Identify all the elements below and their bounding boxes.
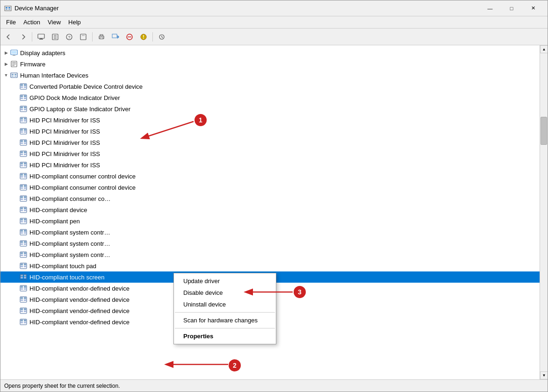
svg-rect-99 bbox=[21, 219, 23, 221]
menu-action[interactable]: Action bbox=[20, 18, 44, 27]
tree-item-hid-17[interactable]: ▶ HID-compliant touch pad bbox=[0, 260, 540, 271]
print-button[interactable] bbox=[95, 30, 108, 43]
svg-rect-141 bbox=[21, 311, 23, 312]
tree-item-human-interface[interactable]: ▼ Human Interface Devices bbox=[0, 70, 540, 81]
close-button[interactable]: ✕ bbox=[522, 0, 544, 16]
maximize-button[interactable]: □ bbox=[501, 0, 522, 16]
device-icon-hid-8 bbox=[19, 161, 28, 169]
svg-rect-4 bbox=[8, 9, 10, 10]
expand-display-adapters[interactable]: ▶ bbox=[2, 49, 10, 57]
scrollbar[interactable]: ▲ ▼ bbox=[540, 45, 548, 379]
tree-item-firmware[interactable]: ▶ Firmware bbox=[0, 58, 540, 70]
tree-item-hid-4[interactable]: ▶ HID PCI Minidriver for ISS bbox=[0, 114, 540, 126]
device-events-button[interactable] bbox=[77, 30, 90, 43]
svg-rect-75 bbox=[24, 163, 26, 164]
svg-rect-18 bbox=[100, 37, 103, 39]
menu-file[interactable]: File bbox=[2, 18, 20, 27]
tree-item-hid-10[interactable]: ▶ HID-compliant consumer control device bbox=[0, 182, 540, 193]
svg-rect-91 bbox=[21, 199, 23, 200]
tree-item-hid-1[interactable]: ▶ Converted Portable Device Control devi… bbox=[0, 81, 540, 92]
svg-rect-61 bbox=[21, 131, 23, 133]
svg-rect-79 bbox=[21, 174, 23, 176]
back-button[interactable] bbox=[2, 30, 15, 43]
tree-item-hid-9[interactable]: ▶ HID-compliant consumer control device bbox=[0, 171, 540, 182]
ctx-scan-hardware[interactable]: Scan for hardware changes bbox=[174, 314, 276, 326]
scroll-track[interactable] bbox=[540, 53, 548, 371]
svg-rect-66 bbox=[21, 143, 23, 144]
tree-item-display-adapters[interactable]: ▶ Display adapters bbox=[0, 47, 540, 58]
tree-item-hid-16[interactable]: ▶ HID-compliant system contr… bbox=[0, 249, 540, 260]
svg-rect-114 bbox=[21, 252, 23, 254]
device-icon-hid-14 bbox=[19, 228, 28, 236]
tree-item-hid-3[interactable]: ▶ GPIO Laptop or Slate Indicator Driver bbox=[0, 103, 540, 114]
menu-help[interactable]: Help bbox=[65, 18, 85, 27]
show-drivers-button[interactable] bbox=[49, 30, 62, 43]
svg-rect-65 bbox=[24, 140, 26, 142]
svg-rect-145 bbox=[24, 320, 26, 321]
svg-text:?: ? bbox=[68, 35, 70, 40]
svg-rect-101 bbox=[21, 221, 23, 222]
svg-rect-135 bbox=[24, 297, 26, 299]
device-label-hid-12: HID-compliant device bbox=[29, 207, 87, 214]
svg-rect-56 bbox=[21, 120, 23, 121]
svg-rect-121 bbox=[21, 266, 23, 267]
device-label-hid-9: HID-compliant consumer control device bbox=[29, 173, 136, 180]
scroll-up-button[interactable]: ▲ bbox=[540, 45, 548, 53]
svg-rect-97 bbox=[24, 210, 26, 211]
svg-rect-109 bbox=[21, 241, 23, 243]
svg-rect-74 bbox=[21, 163, 23, 164]
tree-item-hid-12[interactable]: ▶ HID-compliant device bbox=[0, 204, 540, 215]
tree-item-hid-2[interactable]: ▶ GPIO Dock Mode Indicator Driver bbox=[0, 92, 540, 103]
device-label-hid-20: HID-compliant vendor-defined device bbox=[29, 296, 130, 303]
device-icon-hid-21 bbox=[19, 306, 28, 315]
svg-rect-86 bbox=[21, 187, 23, 189]
expand-human-interface[interactable]: ▼ bbox=[2, 71, 10, 79]
expand-firmware[interactable]: ▶ bbox=[2, 60, 10, 68]
device-icon-hid-20 bbox=[19, 295, 28, 304]
menu-view[interactable]: View bbox=[44, 18, 65, 27]
tree-item-hid-11[interactable]: ▶ HID-compliant consumer co… bbox=[0, 193, 540, 204]
update-driver-button[interactable] bbox=[109, 30, 122, 43]
tree-item-hid-8[interactable]: ▶ HID PCI Minidriver for ISS bbox=[0, 159, 540, 171]
svg-rect-3 bbox=[6, 9, 7, 10]
tree-item-hid-7[interactable]: ▶ HID PCI Minidriver for ISS bbox=[0, 148, 540, 159]
device-label-hid-4: HID PCI Minidriver for ISS bbox=[29, 117, 100, 124]
disable-button[interactable] bbox=[123, 30, 136, 43]
tree-item-hid-15[interactable]: ▶ HID-compliant system contr… bbox=[0, 238, 540, 249]
device-label-hid-1: Converted Portable Device Control device bbox=[29, 83, 143, 90]
ctx-disable-device[interactable]: Disable device bbox=[174, 287, 276, 299]
firmware-icon bbox=[10, 60, 18, 68]
svg-rect-67 bbox=[24, 143, 26, 144]
device-icon-hid-2 bbox=[19, 93, 28, 102]
svg-rect-81 bbox=[21, 176, 23, 178]
svg-rect-146 bbox=[21, 322, 23, 323]
scroll-thumb[interactable] bbox=[541, 117, 547, 145]
device-icon-hid-7 bbox=[19, 150, 28, 158]
forward-button[interactable] bbox=[16, 30, 29, 43]
main-content: ▶ Display adapters ▶ Firmware ▼ bbox=[0, 45, 548, 379]
scroll-down-button[interactable]: ▼ bbox=[540, 371, 548, 379]
svg-rect-144 bbox=[21, 320, 23, 321]
device-label-hid-5: HID PCI Minidriver for ISS bbox=[29, 128, 100, 135]
help-button[interactable]: ? bbox=[63, 30, 76, 43]
device-icon-hid-3 bbox=[19, 105, 28, 113]
svg-rect-57 bbox=[24, 120, 26, 121]
ctx-uninstall-device[interactable]: Uninstall device bbox=[174, 299, 276, 310]
svg-rect-127 bbox=[24, 277, 26, 278]
tree-item-hid-14[interactable]: ▶ HID-compliant system contr… bbox=[0, 227, 540, 238]
svg-rect-40 bbox=[24, 84, 26, 86]
device-label-hid-6: HID PCI Minidriver for ISS bbox=[29, 139, 100, 146]
scan-hardware-button[interactable] bbox=[155, 30, 168, 43]
computer-properties-button[interactable] bbox=[35, 30, 48, 43]
display-adapters-label: Display adapters bbox=[20, 50, 65, 57]
tree-item-hid-13[interactable]: ▶ HID-compliant pen bbox=[0, 215, 540, 227]
svg-rect-60 bbox=[24, 129, 26, 131]
svg-rect-134 bbox=[21, 297, 23, 299]
minimize-button[interactable]: — bbox=[479, 0, 501, 16]
ctx-properties[interactable]: Properties bbox=[174, 330, 276, 342]
tree-item-hid-5[interactable]: ▶ HID PCI Minidriver for ISS bbox=[0, 126, 540, 137]
svg-rect-36 bbox=[12, 76, 14, 77]
ctx-update-driver[interactable]: Update driver bbox=[174, 275, 276, 287]
tree-item-hid-6[interactable]: ▶ HID PCI Minidriver for ISS bbox=[0, 137, 540, 148]
uninstall-button[interactable]: ! bbox=[137, 30, 150, 43]
